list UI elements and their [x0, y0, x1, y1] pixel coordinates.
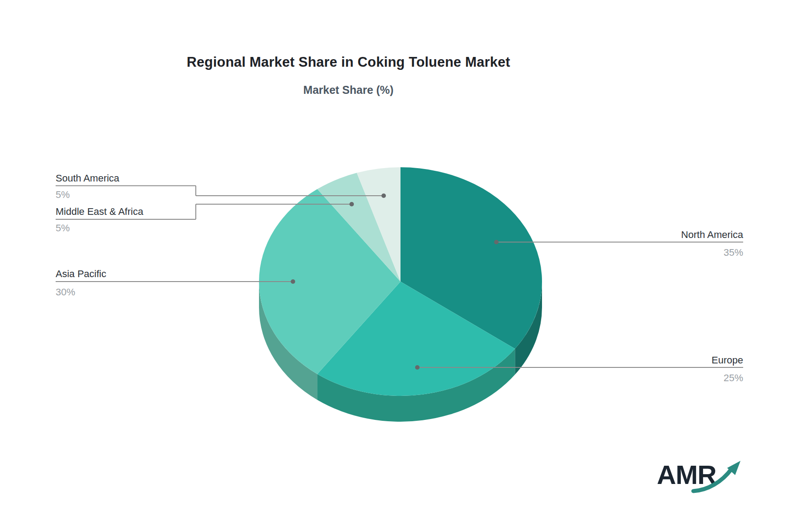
- connector-dot-south-america: [381, 193, 386, 198]
- slice-value-europe: 25%: [724, 372, 743, 383]
- slice-value-north-america: 35%: [724, 247, 743, 258]
- brand-logo: AMR: [657, 459, 755, 499]
- slice-label-middle-east-and-africa: Middle East & Africa: [56, 206, 144, 217]
- slice-label-north-america: North America: [681, 229, 744, 240]
- slice-label-europe: Europe: [712, 355, 743, 366]
- chart-subtitle: Market Share (%): [0, 84, 697, 97]
- chart-canvas: Regional Market Share in Coking Toluene …: [0, 0, 801, 532]
- slice-value-asia-pacific: 30%: [56, 286, 75, 298]
- connector-dot-asia-pacific: [291, 279, 295, 284]
- slice-label-asia-pacific: Asia Pacific: [56, 268, 106, 279]
- slice-label-south-america: South America: [56, 173, 120, 184]
- pie-chart: North America35%Europe25%Asia Pacific30%…: [0, 0, 801, 532]
- brand-logo-arrow-icon: [688, 459, 755, 499]
- slice-value-south-america: 5%: [56, 189, 70, 200]
- connector-dot-north-america: [494, 240, 498, 244]
- slice-value-middle-east-and-africa: 5%: [56, 222, 70, 234]
- connector-dot-europe: [415, 365, 420, 370]
- chart-title: Regional Market Share in Coking Toluene …: [0, 54, 697, 70]
- connector-dot-middle-east-and-africa: [349, 202, 354, 206]
